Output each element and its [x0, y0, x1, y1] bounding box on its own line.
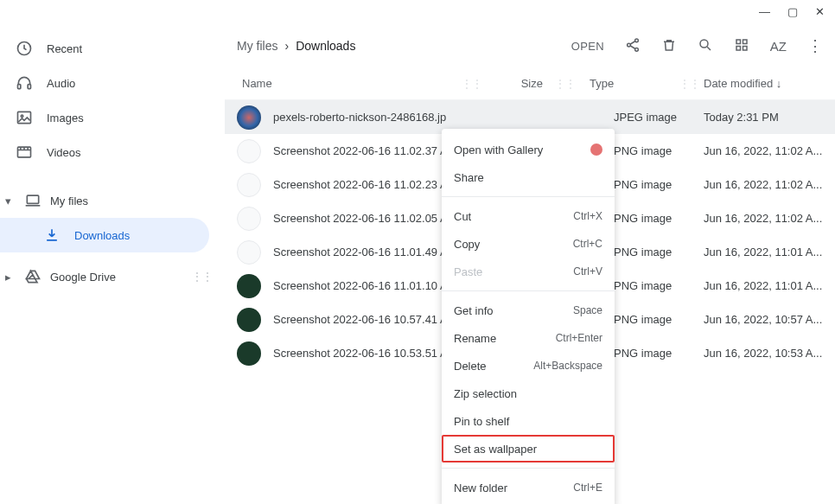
- sidebar-item-downloads[interactable]: Downloads: [0, 218, 209, 252]
- sidebar-item-google-drive[interactable]: ▸ Google Drive ⋮⋮: [0, 259, 225, 294]
- ctx-cut[interactable]: CutCtrl+X: [442, 202, 615, 230]
- separator: [442, 290, 615, 291]
- sidebar-label: Google Drive: [50, 271, 116, 284]
- sidebar-label: My files: [50, 195, 88, 207]
- svg-rect-1: [18, 85, 21, 89]
- chevron-right-icon: ▸: [5, 271, 16, 284]
- open-button[interactable]: OPEN: [571, 40, 604, 53]
- breadcrumb-current: Downloads: [296, 39, 355, 53]
- sidebar-label: Recent: [47, 42, 82, 55]
- file-date: Jun 16, 2022, 10:53 A...: [702, 347, 823, 360]
- sidebar-label: Videos: [47, 146, 81, 159]
- chevron-down-icon: ▾: [5, 195, 16, 207]
- svg-rect-2: [28, 85, 30, 89]
- sidebar: Recent Audio Images Videos ▾ My files Do…: [0, 24, 225, 504]
- header-type[interactable]: Type: [577, 77, 678, 90]
- ctx-delete[interactable]: DeleteAlt+Backspace: [442, 352, 615, 380]
- file-date: Jun 16, 2022, 11:02 A...: [702, 212, 823, 225]
- header-size[interactable]: Size: [484, 77, 553, 90]
- clock-icon: [16, 40, 33, 57]
- ctx-new-folder[interactable]: New folderCtrl+E: [442, 474, 615, 501]
- file-type: JPEG image: [602, 111, 702, 124]
- file-thumbnail: [237, 139, 261, 163]
- ctx-zip[interactable]: Zip selection: [442, 380, 615, 407]
- sidebar-item-audio[interactable]: Audio: [0, 66, 225, 100]
- sidebar-item-videos[interactable]: Videos: [0, 135, 225, 169]
- header-name[interactable]: Name: [237, 77, 460, 90]
- context-menu: Open with Gallery Share CutCtrl+X CopyCt…: [442, 129, 615, 504]
- file-type: PNG image: [602, 178, 702, 191]
- file-thumbnail: [237, 240, 261, 265]
- headphones-icon: [16, 74, 33, 92]
- column-resize-icon[interactable]: ⋮⋮: [553, 78, 577, 90]
- file-type: PNG image: [602, 279, 702, 292]
- column-resize-icon[interactable]: ⋮⋮: [678, 78, 702, 90]
- svg-point-10: [700, 40, 708, 48]
- chevron-right-icon: ›: [284, 39, 289, 53]
- column-resize-icon[interactable]: ⋮⋮: [460, 78, 484, 90]
- file-type: PNG image: [602, 246, 702, 258]
- trash-icon[interactable]: [661, 37, 677, 55]
- sidebar-item-images[interactable]: Images: [0, 100, 225, 135]
- more-icon[interactable]: ⋮: [807, 36, 823, 55]
- ctx-pin-to-shelf[interactable]: Pin to shelf: [442, 407, 615, 435]
- close-button[interactable]: ✕: [815, 5, 825, 18]
- ctx-share[interactable]: Share: [442, 163, 615, 191]
- file-date: Jun 16, 2022, 11:01 A...: [702, 279, 823, 292]
- sidebar-label: Images: [47, 112, 84, 124]
- file-type: PNG image: [602, 212, 702, 225]
- grid-view-icon[interactable]: [734, 37, 749, 55]
- share-icon[interactable]: [625, 37, 641, 55]
- drive-icon: [24, 268, 41, 285]
- ctx-rename[interactable]: RenameCtrl+Enter: [442, 324, 615, 352]
- header-date[interactable]: Date modified ↓: [702, 77, 823, 90]
- sidebar-item-myfiles[interactable]: ▾ My files: [0, 183, 225, 218]
- svg-rect-13: [736, 46, 741, 50]
- sidebar-label: Downloads: [74, 229, 130, 242]
- maximize-button[interactable]: ▢: [787, 5, 798, 18]
- file-type: PNG image: [602, 313, 702, 326]
- separator: [442, 468, 615, 469]
- minimize-button[interactable]: —: [759, 5, 770, 18]
- svg-rect-6: [27, 195, 38, 203]
- breadcrumb: My files › Downloads: [237, 39, 571, 53]
- svg-point-4: [21, 115, 23, 118]
- gallery-icon: [590, 144, 602, 156]
- search-icon[interactable]: [698, 37, 713, 55]
- column-headers: Name ⋮⋮ Size ⋮⋮ Type ⋮⋮ Date modified ↓: [225, 67, 835, 100]
- file-thumbnail: [237, 207, 261, 231]
- svg-rect-12: [743, 40, 747, 44]
- movie-icon: [16, 144, 33, 161]
- drag-handle-icon[interactable]: ⋮⋮: [192, 271, 213, 283]
- ctx-copy[interactable]: CopyCtrl+C: [442, 230, 615, 258]
- file-date: Jun 16, 2022, 10:57 A...: [702, 313, 823, 326]
- svg-rect-11: [736, 40, 741, 44]
- file-name: pexels-roberto-nickson-2486168.jp: [273, 111, 543, 124]
- file-thumbnail: [237, 341, 261, 366]
- sort-icon[interactable]: AZ: [770, 39, 787, 54]
- file-date: Jun 16, 2022, 11:01 A...: [702, 246, 823, 258]
- breadcrumb-parent[interactable]: My files: [237, 39, 277, 53]
- file-date: Today 2:31 PM: [702, 111, 823, 124]
- ctx-paste: PasteCtrl+V: [442, 258, 615, 285]
- svg-rect-14: [743, 46, 747, 50]
- ctx-set-as-wallpaper[interactable]: Set as wallpaper: [442, 435, 615, 463]
- sort-desc-icon: ↓: [776, 77, 782, 90]
- ctx-get-info[interactable]: Get infoSpace: [442, 297, 615, 324]
- sidebar-item-recent[interactable]: Recent: [0, 31, 225, 66]
- file-thumbnail: [237, 274, 261, 298]
- file-thumbnail: [237, 105, 261, 130]
- file-date: Jun 16, 2022, 11:02 A...: [702, 144, 823, 157]
- download-icon: [43, 226, 61, 244]
- file-type: PNG image: [602, 347, 702, 360]
- file-thumbnail: [237, 173, 261, 197]
- file-thumbnail: [237, 308, 261, 332]
- file-date: Jun 16, 2022, 11:02 A...: [702, 178, 823, 191]
- image-icon: [16, 109, 33, 126]
- file-type: PNG image: [602, 144, 702, 157]
- sidebar-label: Audio: [47, 77, 75, 90]
- ctx-open-with-gallery[interactable]: Open with Gallery: [442, 136, 615, 163]
- separator: [442, 196, 615, 197]
- laptop-icon: [24, 192, 41, 209]
